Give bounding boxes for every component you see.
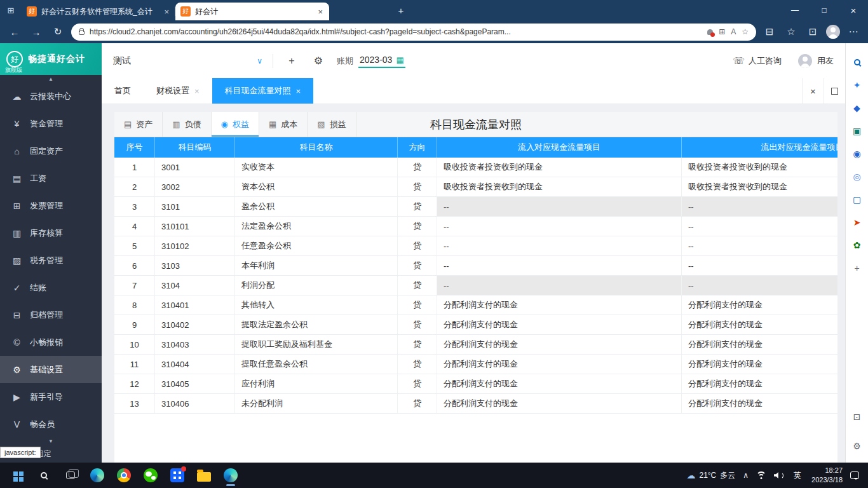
close-workspace-tab-icon[interactable] — [296, 86, 301, 96]
cell-outflow[interactable]: 分配利润支付的现金 — [682, 355, 837, 374]
cell-inflow[interactable]: 分配利润支付的现金 — [437, 315, 682, 334]
cell-inflow[interactable]: -- — [437, 197, 682, 216]
cell-outflow[interactable]: -- — [682, 217, 837, 236]
cell-outflow[interactable]: 吸收投资者投资收到的现金 — [682, 177, 837, 196]
more-menu-icon[interactable]: ⋯ — [845, 24, 862, 40]
category-tab[interactable]: ▤ 资产 — [114, 112, 163, 137]
table-row[interactable]: 13 310406 未分配利润 贷 分配利润支付的现金 分配利润支付的现金 — [114, 394, 837, 414]
rail-discover-icon[interactable]: ◎ — [848, 165, 867, 188]
close-workspace-tab-icon[interactable] — [194, 86, 200, 96]
workspace-tab[interactable]: 首页 — [102, 78, 144, 104]
hidden-icons-chevron-icon[interactable]: ∧ — [743, 471, 749, 480]
sidebar-item-salary[interactable]: ▤ 工资 — [0, 165, 102, 192]
url-text[interactable]: https://cloud2.chanjet.com/accounting/uh… — [90, 27, 702, 36]
rail-people-icon[interactable]: ◉ — [848, 142, 867, 165]
table-row[interactable]: 12 310405 应付利润 贷 分配利润支付的现金 分配利润支付的现金 — [114, 374, 837, 394]
address-bar[interactable]: https://cloud2.chanjet.com/accounting/uh… — [71, 24, 756, 41]
app-grid-icon[interactable] — [165, 464, 189, 487]
collections-icon[interactable]: ⊡ — [804, 24, 821, 40]
minimize-button[interactable]: — — [780, 0, 810, 20]
user-menu[interactable]: 用友 — [798, 54, 834, 68]
sidebar-item-archive[interactable]: ⊟ 归档管理 — [0, 301, 102, 329]
category-tab[interactable]: ▧ 损益 — [308, 112, 356, 137]
input-language[interactable]: 英 — [791, 469, 804, 482]
add-account-set-icon[interactable]: + — [283, 53, 300, 69]
cell-inflow[interactable]: 分配利润支付的现金 — [437, 394, 682, 413]
close-all-tabs-icon[interactable]: × — [802, 78, 824, 104]
split-screen-icon[interactable]: ⊟ — [761, 24, 778, 40]
sidebar-scroll-down-icon[interactable]: ▼ — [0, 437, 102, 445]
rail-shopping-icon[interactable]: ▣ — [848, 119, 867, 142]
taskbar-search-icon[interactable] — [32, 464, 56, 487]
rail-grow-icon[interactable]: ✿ — [848, 234, 867, 257]
cell-inflow[interactable]: 分配利润支付的现金 — [437, 335, 682, 354]
sidebar-item-invoice[interactable]: ⊞ 发票管理 — [0, 192, 102, 219]
sidebar-item-cloud-center[interactable]: ☁ 云报装中心 — [0, 83, 102, 110]
settings-gear-icon[interactable]: ⚙ — [310, 53, 327, 69]
notifications-blocked-icon[interactable] — [707, 29, 713, 35]
maximize-button[interactable]: □ — [810, 0, 839, 20]
table-row[interactable]: 1 3001 实收资本 贷 吸收投资者投资收到的现金 吸收投资者投资收到的现金 — [114, 158, 837, 177]
cell-outflow[interactable]: 吸收投资者投资收到的现金 — [682, 158, 837, 177]
cell-inflow[interactable]: 分配利润支付的现金 — [437, 374, 682, 393]
rail-share-icon[interactable]: ➤ — [848, 211, 867, 234]
cell-inflow[interactable]: 分配利润支付的现金 — [437, 355, 682, 374]
profile-avatar[interactable] — [826, 25, 840, 39]
support-button[interactable]: ☏ 人工咨询 — [733, 55, 782, 67]
taskbar-clock[interactable]: 18:27 2023/3/18 — [811, 466, 843, 485]
cell-outflow[interactable]: 分配利润支付的现金 — [682, 394, 837, 413]
sidebar-item-funds[interactable]: ¥ 资金管理 — [0, 110, 102, 137]
table-row[interactable]: 8 310401 其他转入 贷 分配利润支付的现金 分配利润支付的现金 — [114, 295, 837, 315]
table-row[interactable]: 6 3103 本年利润 贷 -- -- — [114, 256, 837, 276]
cell-outflow[interactable]: -- — [682, 256, 837, 275]
fullscreen-icon[interactable] — [824, 78, 845, 104]
edge-icon[interactable] — [85, 464, 109, 487]
sidebar-item-tax[interactable]: ▨ 税务管理 — [0, 247, 102, 274]
cell-outflow[interactable]: 分配利润支付的现金 — [682, 295, 837, 315]
category-tab[interactable]: ◉ 权益 — [212, 112, 259, 137]
sidebar-item-inventory[interactable]: ▥ 库存核算 — [0, 219, 102, 247]
rail-outlook-icon[interactable]: ▢ — [848, 188, 867, 211]
cell-outflow[interactable]: 分配利润支付的现金 — [682, 335, 837, 354]
sidebar-item-settings[interactable]: ⚙ 基础设置 — [0, 356, 102, 383]
browser-tab[interactable]: 好 好会计 × — [175, 3, 329, 20]
close-tab-icon[interactable]: × — [316, 7, 324, 17]
company-selector[interactable]: 测试 ∨ — [113, 55, 262, 67]
workspace-tab[interactable]: 财税设置 — [144, 78, 212, 104]
sidebar-item-closing[interactable]: ✓ 结账 — [0, 274, 102, 301]
close-tab-icon[interactable]: × — [163, 7, 170, 17]
cell-outflow[interactable]: 分配利润支付的现金 — [682, 374, 837, 393]
table-row[interactable]: 11 310404 提取任意盈余公积 贷 分配利润支付的现金 分配利润支付的现金 — [114, 355, 837, 374]
refresh-icon[interactable]: ↻ — [50, 24, 66, 40]
cell-inflow[interactable]: 吸收投资者投资收到的现金 — [437, 158, 682, 177]
close-window-button[interactable]: × — [839, 0, 868, 20]
rail-panel-icon[interactable]: ⊡ — [848, 405, 867, 428]
table-row[interactable]: 7 3104 利润分配 贷 -- -- — [114, 276, 837, 295]
category-tab[interactable]: ▦ 成本 — [259, 112, 308, 137]
forward-icon[interactable]: → — [28, 24, 44, 40]
category-tab[interactable]: ▥ 负债 — [163, 112, 211, 137]
rail-tools-icon[interactable]: ◆ — [848, 97, 867, 119]
file-explorer-icon[interactable] — [192, 464, 216, 487]
notification-center-icon[interactable] — [850, 471, 859, 479]
cell-inflow[interactable]: 吸收投资者投资收到的现金 — [437, 177, 682, 196]
sidebar-scroll-up-icon[interactable]: ▲ — [0, 75, 102, 83]
add-favorite-icon[interactable]: ☆ — [742, 27, 749, 36]
tab-actions-icon[interactable]: ⊞ — [0, 0, 22, 20]
rail-copilot-icon[interactable]: ✦ — [848, 74, 867, 97]
sidebar-item-fixed-assets[interactable]: ⌂ 固定资产 — [0, 137, 102, 165]
cell-outflow[interactable]: 分配利润支付的现金 — [682, 315, 837, 334]
rail-settings-icon[interactable]: ⚙ — [848, 435, 867, 458]
table-row[interactable]: 3 3101 盈余公积 贷 -- -- — [114, 197, 837, 217]
back-icon[interactable]: ← — [6, 24, 23, 40]
table-row[interactable]: 9 310402 提取法定盈余公积 贷 分配利润支付的现金 分配利润支付的现金 — [114, 315, 837, 335]
cell-inflow[interactable]: -- — [437, 256, 682, 275]
cell-inflow[interactable]: -- — [437, 276, 682, 295]
cell-outflow[interactable]: -- — [682, 236, 837, 255]
task-view-icon[interactable] — [58, 464, 83, 487]
sidebar-item-guide[interactable]: ▶ 新手引导 — [0, 383, 102, 410]
sidebar-item-expense[interactable]: © 小畅报销 — [0, 329, 102, 356]
read-aloud-icon[interactable]: A — [731, 27, 736, 36]
cell-inflow[interactable]: -- — [437, 236, 682, 255]
table-row[interactable]: 5 310102 任意盈余公积 贷 -- -- — [114, 236, 837, 256]
